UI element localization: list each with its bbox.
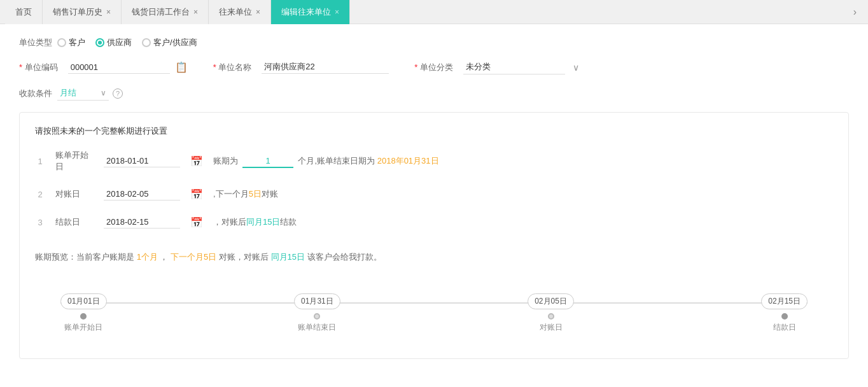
tab-edit-partner-label: 编辑往来单位 xyxy=(281,6,331,18)
radio-both[interactable]: 客户/供应商 xyxy=(142,37,197,48)
period-row-3: 3 结款日 📅 ，对账后同月15日结款 xyxy=(35,216,833,229)
timeline-badge-1: 01月31日 xyxy=(294,293,340,309)
unit-type-row: 单位类型 客户 供应商 客户/供应商 xyxy=(19,37,849,48)
timeline-label-0: 账单开始日 xyxy=(64,322,102,333)
timeline-points: 01月01日 账单开始日 01月31日 账单结束日 02月05日 xyxy=(60,293,808,333)
unit-name-label: 单位名称 xyxy=(213,62,252,73)
main-content: 单位类型 客户 供应商 客户/供应商 单位编码 📋 单位名称 xyxy=(0,24,868,387)
period-note-suffix-1: 个月,账单结束日期为 xyxy=(298,156,375,165)
period-row-1: 1 账单开始日 📅 账期为 个月,账单结束日期为 2018年01月31日 xyxy=(35,150,833,172)
preview-text4: 该客户会给我打款。 xyxy=(307,252,382,262)
tab-home-label: 首页 xyxy=(15,6,32,18)
tab-partner-label: 往来单位 xyxy=(219,6,252,18)
unit-category-dropdown[interactable]: 未分类 xyxy=(463,60,565,74)
unit-code-field: 单位编码 📋 xyxy=(19,61,188,74)
preview-part3: 同月15日 xyxy=(271,252,305,262)
timeline-dot-3 xyxy=(781,313,788,320)
period-num-2: 2 xyxy=(35,190,45,199)
preview-part1: 1个月 xyxy=(137,252,158,262)
period-title: 请按照未来的一个完整帐期进行设置 xyxy=(35,125,833,137)
tab-cash-work-label: 钱货日清工作台 xyxy=(132,6,190,18)
timeline-badge-3: 02月15日 xyxy=(761,293,808,309)
tab-partner[interactable]: 往来单位 × xyxy=(209,0,271,24)
tab-sales-order-close[interactable]: × xyxy=(106,8,111,17)
tab-cash-work-close[interactable]: × xyxy=(193,8,198,17)
timeline-point-3: 02月15日 结款日 xyxy=(761,293,808,333)
timeline-label-1: 账单结束日 xyxy=(298,322,336,333)
period-num-3: 3 xyxy=(35,218,45,227)
preview-label: 账期预览：当前客户账期是 xyxy=(35,252,134,262)
period-calendar-2[interactable]: 📅 xyxy=(190,188,203,201)
payment-terms-row: 收款条件 月结 ∨ ? xyxy=(19,86,849,101)
preview-text2: ， xyxy=(160,252,168,262)
period-settings-box: 请按照未来的一个完整帐期进行设置 1 账单开始日 📅 账期为 个月,账单结束日期… xyxy=(19,112,849,359)
tab-edit-partner-close[interactable]: × xyxy=(335,8,339,17)
tab-more-button[interactable]: › xyxy=(847,6,863,18)
unit-category-value: 未分类 xyxy=(466,61,491,73)
preview-part2: 下一个月5日 xyxy=(171,252,216,262)
radio-both-circle xyxy=(142,38,151,47)
period-months-input[interactable] xyxy=(242,155,293,168)
radio-supplier-label: 供应商 xyxy=(107,37,132,48)
period-note-1: 账期为 个月,账单结束日期为 2018年01月31日 xyxy=(213,155,439,168)
payment-terms-help[interactable]: ? xyxy=(113,88,123,99)
period-highlight-day-3: 同月15日 xyxy=(246,217,280,227)
period-note-prefix-1: 账期为 xyxy=(213,156,238,165)
tab-home[interactable]: 首页 xyxy=(5,0,43,24)
timeline-dot-1 xyxy=(314,313,320,320)
preview-text: 账期预览：当前客户账期是 1个月 ， 下一个月5日 对账，对账后 同月15日 该… xyxy=(35,244,833,271)
tab-sales-order[interactable]: 销售订单历史 × xyxy=(43,0,122,24)
period-field-label-3: 结款日 xyxy=(55,216,94,228)
unit-code-icon[interactable]: 📋 xyxy=(175,61,188,73)
tab-sales-order-label: 销售订单历史 xyxy=(53,6,102,18)
unit-category-field: 单位分类 未分类 ∨ xyxy=(414,60,579,74)
unit-category-label: 单位分类 xyxy=(414,62,453,73)
timeline-label-3: 结款日 xyxy=(773,322,796,333)
radio-both-label: 客户/供应商 xyxy=(153,37,197,48)
preview-text3: 对账，对账后 xyxy=(219,252,269,262)
radio-supplier[interactable]: 供应商 xyxy=(95,37,132,48)
timeline-badge-0: 01月01日 xyxy=(60,293,107,309)
period-note-3: ，对账后同月15日结款 xyxy=(213,216,297,228)
period-calendar-1[interactable]: 📅 xyxy=(190,155,203,167)
period-highlight-date-1: 2018年01月31日 xyxy=(377,156,439,165)
radio-group-unit-type: 客户 供应商 客户/供应商 xyxy=(57,37,197,48)
tab-edit-partner[interactable]: 编辑往来单位 × xyxy=(271,0,350,24)
timeline: 01月01日 账单开始日 01月31日 账单结束日 02月05日 xyxy=(35,281,833,346)
unit-type-label: 单位类型 xyxy=(19,37,52,48)
period-date-input-1[interactable] xyxy=(104,155,180,167)
period-calendar-3[interactable]: 📅 xyxy=(190,216,203,229)
tab-cash-work[interactable]: 钱货日清工作台 × xyxy=(122,0,209,24)
timeline-label-2: 对账日 xyxy=(540,322,563,333)
payment-terms-chevron: ∨ xyxy=(101,88,106,97)
period-date-input-3[interactable] xyxy=(104,216,180,229)
unit-code-label: 单位编码 xyxy=(19,62,58,73)
period-num-1: 1 xyxy=(35,157,45,166)
tab-partner-close[interactable]: × xyxy=(256,8,260,17)
payment-terms-value: 月结 xyxy=(60,87,98,99)
payment-terms-label: 收款条件 xyxy=(19,88,52,99)
period-row-2: 2 对账日 📅 ,下一个月5日对账 xyxy=(35,188,833,201)
unit-name-input[interactable] xyxy=(262,61,389,74)
period-field-label-2: 对账日 xyxy=(55,188,94,200)
unit-fields-row: 单位编码 📋 单位名称 单位分类 未分类 ∨ xyxy=(19,60,849,74)
radio-customer[interactable]: 客户 xyxy=(57,37,85,48)
period-date-input-2[interactable] xyxy=(104,188,180,201)
radio-customer-circle xyxy=(57,38,66,47)
period-note-2: ,下一个月5日对账 xyxy=(213,188,278,200)
unit-code-input[interactable] xyxy=(68,61,170,74)
payment-terms-select[interactable]: 月结 ∨ xyxy=(57,86,109,101)
timeline-dot-0 xyxy=(80,313,87,320)
period-highlight-day-2: 5日 xyxy=(249,189,262,199)
tabs-bar: 首页 销售订单历史 × 钱货日清工作台 × 往来单位 × 编辑往来单位 × › xyxy=(0,0,868,24)
timeline-point-0: 01月01日 账单开始日 xyxy=(60,293,107,333)
timeline-badge-2: 02月05日 xyxy=(528,293,574,309)
timeline-point-2: 02月05日 对账日 xyxy=(528,293,574,333)
period-field-label-1: 账单开始日 xyxy=(55,150,94,172)
timeline-dot-2 xyxy=(548,313,554,320)
unit-name-field: 单位名称 xyxy=(213,61,389,74)
radio-supplier-circle xyxy=(95,38,104,47)
unit-category-chevron: ∨ xyxy=(573,62,579,73)
radio-customer-label: 客户 xyxy=(69,37,85,48)
timeline-point-1: 01月31日 账单结束日 xyxy=(294,293,340,333)
